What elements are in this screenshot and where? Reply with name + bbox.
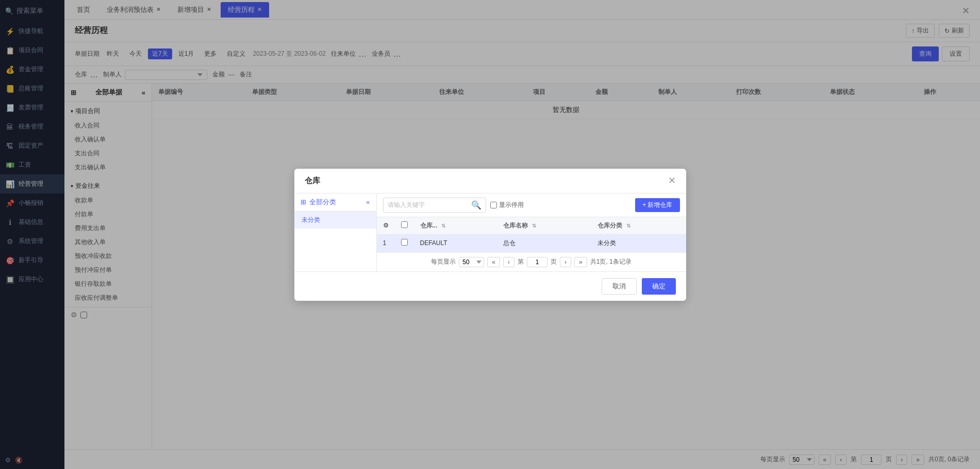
modal-last-page[interactable]: »: [574, 257, 587, 267]
sort-arrows-code: ⇅: [441, 223, 445, 229]
modal-sidebar-collapse-icon[interactable]: «: [366, 198, 370, 206]
show-disabled-label[interactable]: 显示停用: [490, 201, 524, 209]
sort-arrows-category: ⇅: [626, 223, 630, 229]
modal-footer: 取消 确定: [294, 271, 686, 301]
modal-sidebar-item-unclassified[interactable]: 未分类: [294, 212, 376, 229]
cancel-button[interactable]: 取消: [602, 278, 637, 295]
row-name: 总仓: [497, 234, 591, 252]
modal-page-input[interactable]: [527, 257, 547, 267]
modal-table: ⚙ 仓库... ⇅ 仓库名称 ⇅: [377, 217, 686, 252]
modal-search-icon[interactable]: 🔍: [471, 200, 481, 210]
grid-icon: ⊞: [301, 198, 306, 206]
add-warehouse-button[interactable]: + 新增仓库: [635, 198, 679, 212]
row-category: 未分类: [591, 234, 686, 252]
modal-sidebar: ⊞ 全部分类 « 未分类: [294, 193, 377, 271]
modal-title: 仓库: [305, 176, 320, 186]
modal-toolbar: 🔍 显示停用 + 新增仓库: [377, 193, 686, 217]
modal-page-pre: 第: [518, 257, 524, 266]
modal-col-check: [395, 217, 414, 235]
modal-per-page-label: 每页显示: [431, 257, 456, 266]
confirm-button[interactable]: 确定: [642, 278, 676, 295]
modal-table-area: ⚙ 仓库... ⇅ 仓库名称 ⇅: [377, 217, 686, 252]
modal-search-box: 🔍: [383, 198, 486, 213]
modal-close-button[interactable]: ✕: [668, 176, 676, 185]
modal-col-category: 仓库分类 ⇅: [591, 217, 686, 235]
warehouse-modal: 仓库 ✕ ⊞ 全部分类 « 未分类: [294, 169, 686, 301]
show-disabled-checkbox[interactable]: [490, 202, 497, 208]
modal-sidebar-all-label: 全部分类: [309, 198, 336, 207]
modal-sidebar-all[interactable]: ⊞ 全部分类 «: [294, 193, 376, 212]
modal-col-code: 仓库... ⇅: [414, 217, 497, 235]
modal-pagination: 每页显示 50 20 100 « ‹ 第 页 › » 共1页, 1条记录: [377, 252, 686, 271]
modal-search-input[interactable]: [388, 201, 469, 208]
sort-arrows-name: ⇅: [532, 223, 536, 229]
modal-header: 仓库 ✕: [294, 169, 686, 193]
modal-sidebar-scroll: 未分类: [294, 212, 376, 229]
modal-next-page[interactable]: ›: [560, 257, 571, 267]
modal-col-gear: ⚙: [377, 217, 395, 235]
table-row[interactable]: 1 DEFAULT 总仓 未分类: [377, 234, 686, 252]
modal-content: 🔍 显示停用 + 新增仓库 ⚙: [377, 193, 686, 271]
modal-total: 共1页, 1条记录: [590, 257, 632, 266]
modal-prev-page[interactable]: ‹: [503, 257, 514, 267]
row-seq: 1: [377, 234, 395, 252]
modal-page-label: 页: [551, 257, 557, 266]
modal-body: ⊞ 全部分类 « 未分类 🔍: [294, 193, 686, 271]
row-check[interactable]: [395, 234, 414, 252]
modal-first-page[interactable]: «: [487, 257, 500, 267]
modal-select-all[interactable]: [401, 221, 408, 228]
modal-col-name: 仓库名称 ⇅: [497, 217, 591, 235]
modal-per-page-select[interactable]: 50 20 100: [459, 257, 484, 267]
row-code: DEFAULT: [414, 234, 497, 252]
modal-overlay[interactable]: 仓库 ✕ ⊞ 全部分类 « 未分类: [0, 0, 980, 469]
